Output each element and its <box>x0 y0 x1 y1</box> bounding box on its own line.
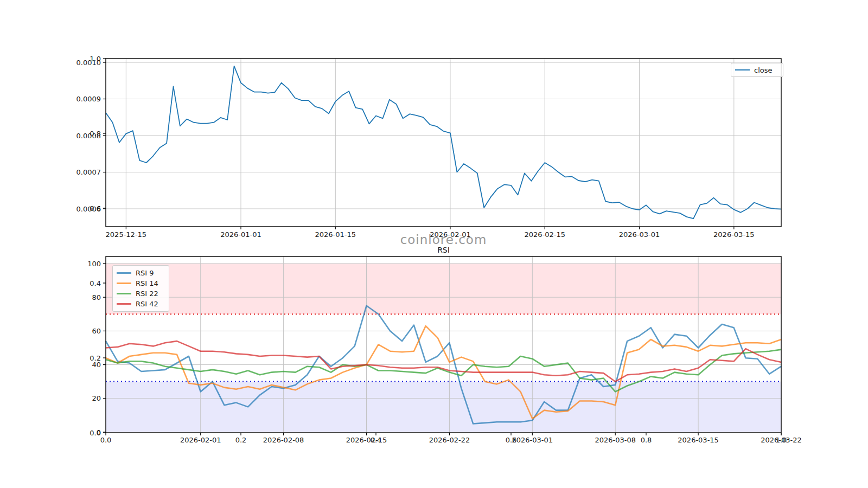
rsi-y-tick-label: 60 <box>92 327 101 335</box>
close-line-swatch <box>735 69 750 70</box>
coinlore-watermark: coinlore.com <box>106 233 781 247</box>
overlay-y-tick-label: 1.0 <box>90 55 101 63</box>
rsi-legend-row: RSI 9 <box>117 268 169 278</box>
rsi-x-tick-label: 2026-03-15 <box>678 436 719 444</box>
overlay-x-tick-label: 1.0 <box>776 436 787 444</box>
rsi-14-swatch <box>117 282 131 284</box>
rsi-9-legend-label: RSI 9 <box>136 269 154 277</box>
rsi-x-tick-label: 2026-02-22 <box>429 436 470 444</box>
rsi-legend-row: RSI 22 <box>117 288 169 299</box>
rsi-panel-title: RSI <box>106 246 781 254</box>
rsi-14-legend-label: RSI 14 <box>136 279 158 287</box>
rsi-42-legend-label: RSI 42 <box>136 300 158 308</box>
price-panel-frame <box>106 59 781 227</box>
overlay-y-tick-label: 0.8 <box>90 130 101 138</box>
rsi-y-tick-label: 20 <box>92 394 101 402</box>
rsi-x-tick-label: 2026-03-08 <box>595 436 636 444</box>
rsi-legend-row: RSI 14 <box>117 278 169 288</box>
rsi-x-tick-label: 2026-02-01 <box>180 436 221 444</box>
overlay-x-tick-label: 0.6 <box>506 436 517 444</box>
rsi-22-legend-label: RSI 22 <box>136 290 158 298</box>
overlay-x-tick-label: 0.4 <box>371 436 382 444</box>
oversold-band <box>106 382 781 432</box>
price-y-tick-label: 0.0009 <box>76 95 101 103</box>
overlay-x-tick-label: 0.2 <box>235 436 247 444</box>
overbought-band <box>106 264 781 314</box>
rsi-legend-row: RSI 42 <box>117 299 169 309</box>
chart-figure: 0.00100.00090.00080.00070.00062025-12-15… <box>0 0 868 488</box>
rsi-legend: RSI 9 RSI 14 RSI 22 RSI 42 <box>112 265 169 312</box>
rsi-x-tick-label: 2026-03-01 <box>512 436 553 444</box>
overlay-y-tick-label: 0.0 <box>90 429 101 437</box>
rsi-22-swatch <box>117 293 131 294</box>
overlay-y-tick-label: 0.2 <box>90 354 101 362</box>
overlay-y-tick-label: 0.4 <box>90 279 101 287</box>
price-legend: close <box>731 63 783 77</box>
overlay-x-tick-label: 0.0 <box>100 436 112 444</box>
rsi-x-tick-label: 2026-02-08 <box>263 436 304 444</box>
rsi-y-tick-label: 80 <box>92 293 101 301</box>
rsi-9-swatch <box>117 272 131 274</box>
rsi-42-swatch <box>117 303 131 305</box>
overlay-y-tick-label: 0.6 <box>90 204 101 213</box>
close-line <box>106 66 781 219</box>
price-y-tick-label: 0.0007 <box>76 168 101 176</box>
overlay-x-tick-label: 0.8 <box>641 436 652 444</box>
rsi-42-line <box>106 341 781 382</box>
close-legend-label: close <box>754 66 772 74</box>
rsi-y-tick-label: 100 <box>87 260 101 268</box>
